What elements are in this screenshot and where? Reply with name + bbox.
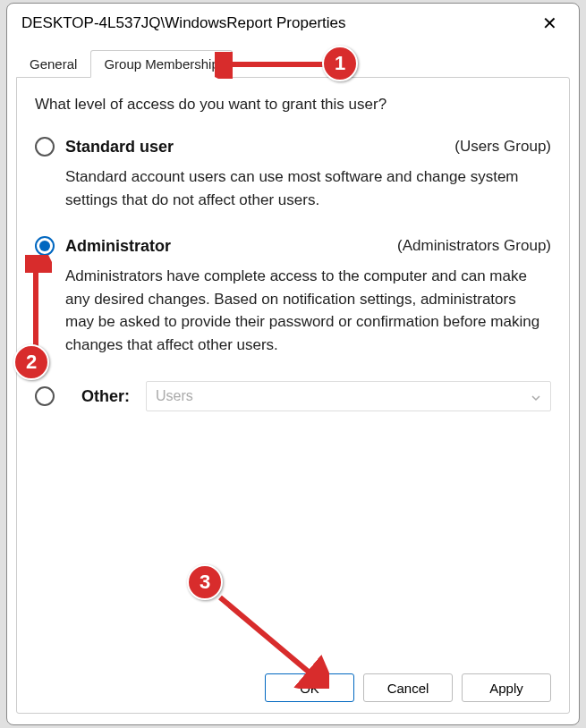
window-title: DESKTOP-4L537JQ\WindowsReport Properties bbox=[21, 14, 346, 32]
tabpanel-group-membership: What level of access do you want to gran… bbox=[16, 77, 570, 714]
chevron-down-icon bbox=[531, 391, 541, 402]
group-standard-user: (Users Group) bbox=[454, 138, 551, 156]
option-other: Other: Users bbox=[35, 381, 551, 411]
cancel-button[interactable]: Cancel bbox=[363, 673, 453, 702]
titlebar: DESKTOP-4L537JQ\WindowsReport Properties… bbox=[7, 4, 579, 43]
tab-group-membership[interactable]: Group Membership bbox=[90, 50, 232, 78]
radio-standard-user[interactable] bbox=[35, 137, 55, 157]
group-administrator: (Administrators Group) bbox=[397, 237, 551, 255]
client-area: General Group Membership What level of a… bbox=[7, 43, 579, 724]
option-standard-user: Standard user (Users Group) Standard acc… bbox=[35, 137, 551, 211]
desc-standard-user: Standard account users can use most soft… bbox=[65, 165, 544, 211]
button-bar: OK Cancel Apply bbox=[35, 665, 551, 702]
tab-general[interactable]: General bbox=[16, 50, 90, 77]
ok-button[interactable]: OK bbox=[265, 673, 354, 702]
close-icon[interactable]: ✕ bbox=[533, 9, 566, 38]
properties-window: DESKTOP-4L537JQ\WindowsReport Properties… bbox=[6, 3, 580, 725]
access-prompt: What level of access do you want to gran… bbox=[35, 96, 551, 114]
desc-administrator: Administrators have complete access to t… bbox=[65, 265, 544, 356]
label-standard-user: Standard user bbox=[65, 138, 174, 157]
label-administrator: Administrator bbox=[65, 237, 171, 256]
radio-other[interactable] bbox=[35, 386, 55, 406]
apply-button[interactable]: Apply bbox=[462, 673, 551, 702]
tabstrip: General Group Membership bbox=[16, 48, 570, 77]
label-other: Other: bbox=[81, 387, 130, 406]
dropdown-value: Users bbox=[156, 388, 193, 404]
other-group-dropdown[interactable]: Users bbox=[146, 381, 551, 411]
radio-administrator[interactable] bbox=[35, 236, 55, 256]
option-administrator: Administrator (Administrators Group) Adm… bbox=[35, 236, 551, 356]
